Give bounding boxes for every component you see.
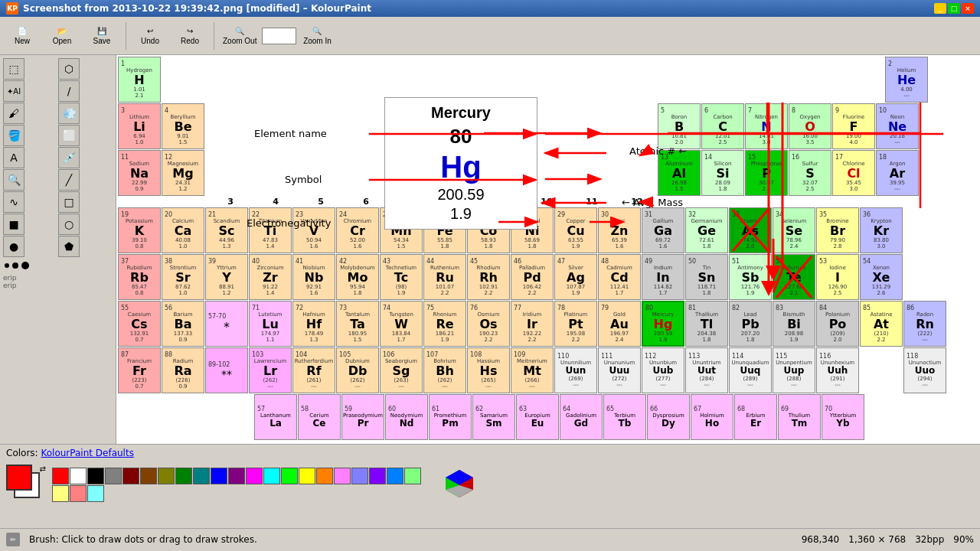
element-Uut[interactable]: 113Ununtrium Uut(284)--- <box>685 347 728 393</box>
element-Yb[interactable]: 70YtterbiumYb <box>822 394 864 440</box>
element-W[interactable]: 74Tungsten W183.841.7 <box>380 301 423 347</box>
element-Pr[interactable]: 59PraseodymiumPr <box>341 394 384 440</box>
element-Rf[interactable]: 104Rutherfordium Rf(261)--- <box>292 347 335 393</box>
color-swatch[interactable] <box>70 485 87 502</box>
brush-size-md[interactable] <box>12 262 18 269</box>
brush-size-sm[interactable] <box>5 263 9 268</box>
element-F[interactable]: 9Fluorine F19.004.0 <box>832 103 875 149</box>
element-Pb[interactable]: 82Lead Pb207.201.8 <box>729 301 772 347</box>
save-button[interactable]: 💾 Save <box>83 19 121 53</box>
element-Ga[interactable]: 31Gallium Ga69.721.6 <box>642 207 684 253</box>
element-Be[interactable]: 4Beryllium Be9.011.5 <box>162 103 204 149</box>
element-Fr[interactable]: 87Francium Fr(223)0.7 <box>118 347 161 393</box>
element-Rn[interactable]: 86Radon Rn(222)--- <box>903 301 946 347</box>
element-Uuq[interactable]: 114Ununquadium Uuq(289)--- <box>729 347 772 393</box>
element-P[interactable]: 15Phosphorus P30.972.1 <box>745 150 788 196</box>
element-Zr[interactable]: 40Zirconium Zr91.221.4 <box>249 254 292 300</box>
window-controls[interactable]: _ □ × <box>934 3 974 14</box>
element-Re[interactable]: 75Rhenium Re186.211.9 <box>423 301 466 347</box>
element-Se[interactable]: 34Selenium Se78.962.4 <box>773 207 815 253</box>
element-Sn[interactable]: 50Tin Sn118.711.8 <box>685 254 728 300</box>
tool-select-rect[interactable]: ⬚ <box>3 58 24 80</box>
color-swatch[interactable] <box>228 468 245 484</box>
element-Hs[interactable]: 108Hassium Hs(265)--- <box>467 347 510 393</box>
element-Sr[interactable]: 38Strontium Sr87.621.0 <box>162 254 204 300</box>
color-swatch[interactable] <box>316 468 333 484</box>
element-Hg[interactable]: 80Mercury Hg200.591.9 <box>642 301 684 347</box>
element-Dy[interactable]: 66DysprosiumDy <box>647 394 690 440</box>
tool-magnifier[interactable]: 🔍 <box>3 169 24 191</box>
maximize-button[interactable]: □ <box>948 3 960 14</box>
element-Ar[interactable]: 18Argon Ar39.95--- <box>876 150 919 196</box>
element-La[interactable]: 57LanthanumLa <box>254 394 297 440</box>
element-Li[interactable]: 3Lithium Li6.941.0 <box>118 103 161 149</box>
element-Bi[interactable]: 83Bismuth Bi208.981.9 <box>773 301 815 347</box>
element-Tl[interactable]: 81Thallium Tl204.381.8 <box>685 301 728 347</box>
element-Uuh[interactable]: 116Ununhexium Uuh(291)--- <box>816 347 859 393</box>
color-swatch[interactable] <box>211 468 227 484</box>
tool-select-free[interactable]: ⬡ <box>58 58 80 80</box>
element-Al[interactable]: 13Aluminum Al26.981.5 <box>658 150 701 196</box>
color-swatch[interactable] <box>52 468 69 484</box>
tool-text[interactable]: A <box>3 147 24 168</box>
element-Si[interactable]: 14Silicon Si28.091.8 <box>701 150 744 196</box>
brush-size-lg[interactable] <box>21 262 29 269</box>
element-Os[interactable]: 76Osmium Os190.232.2 <box>467 301 510 347</box>
element-lanthanide-placeholder[interactable]: 57-70 * <box>205 301 248 347</box>
color-swatch[interactable] <box>70 468 87 484</box>
minimize-button[interactable]: _ <box>934 3 946 14</box>
color-swatch[interactable] <box>52 485 69 502</box>
element-Ti[interactable]: 22Titanium Ti47.831.4 <box>249 207 292 253</box>
color-swatch[interactable] <box>140 468 157 484</box>
element-Br[interactable]: 35Bromine Br79.902.8 <box>816 207 859 253</box>
element-C[interactable]: 6Carbon C12.012.5 <box>701 103 744 149</box>
element-Nd[interactable]: 60NeodymiumNd <box>385 394 428 440</box>
color-swatch[interactable] <box>87 485 104 502</box>
element-Sm[interactable]: 62SamariumSm <box>472 394 515 440</box>
zoom-level-input[interactable]: 90% <box>262 28 296 44</box>
element-Lr[interactable]: 103Lawrencium Lr(262)--- <box>249 347 292 393</box>
color-swatch[interactable] <box>351 468 368 484</box>
element-Tm[interactable]: 69ThuliumTm <box>778 394 821 440</box>
element-Po[interactable]: 84Polonium Po(209)2.0 <box>816 301 859 347</box>
color-swatch[interactable] <box>158 468 175 484</box>
element-Cs[interactable]: 55Caesium Cs132.910.7 <box>118 301 161 347</box>
color-swatch[interactable] <box>299 468 315 484</box>
element-Zn[interactable]: 30Zinc Zn65.391.6 <box>598 207 641 253</box>
element-Tb[interactable]: 65TerbiumTb <box>603 394 646 440</box>
color-swatch[interactable] <box>246 468 263 484</box>
tool-rect-outline[interactable]: □ <box>58 191 80 213</box>
element-Ra[interactable]: 88Radium Ra(226)0.9 <box>162 347 204 393</box>
color-swatch[interactable] <box>87 468 104 484</box>
tool-ellipse-fill[interactable]: ● <box>3 236 24 257</box>
element-Uuo[interactable]: 118Ununoctium Uuo(294)--- <box>903 347 946 393</box>
element-B[interactable]: 5Boron B10.812.0 <box>658 103 701 149</box>
element-Bh[interactable]: 107Bohrium Bh(262)--- <box>423 347 466 393</box>
element-Ge[interactable]: 32Germanium Ge72.611.8 <box>685 207 728 253</box>
tool-polygon[interactable]: ⬟ <box>58 236 80 257</box>
element-Cu[interactable]: 29Copper Cu63.551.9 <box>554 207 597 253</box>
element-actinide-placeholder[interactable]: 89-102 ** <box>205 347 248 393</box>
color-swatch[interactable] <box>369 468 386 484</box>
element-Kr[interactable]: 36Krypton Kr83.803.0 <box>860 207 903 253</box>
tool-airbrush[interactable]: 💨 <box>58 103 80 124</box>
tool-rect-fill[interactable]: ■ <box>3 214 24 235</box>
element-Ne[interactable]: 10Neon Ne20.18--- <box>876 103 919 149</box>
element-Cl[interactable]: 17Chlorine Cl35.453.0 <box>832 150 875 196</box>
element-Uun[interactable]: 110Ununnilium Uun(269)--- <box>554 347 597 393</box>
color-swatch[interactable] <box>281 468 298 484</box>
element-Xe[interactable]: 54Xenon Xe131.292.6 <box>860 254 903 300</box>
element-Ba[interactable]: 56Barium Ba137.330.9 <box>162 301 204 347</box>
element-Nb[interactable]: 41Niobium Nb92.911.6 <box>292 254 335 300</box>
element-He[interactable]: 2 Helium He 4.00 --- <box>885 57 928 103</box>
element-H[interactable]: 1 Hydrogen H 1.01 2.1 <box>118 57 161 103</box>
tool-curve[interactable]: ∿ <box>3 191 24 213</box>
foreground-color[interactable] <box>6 465 32 491</box>
element-Er[interactable]: 68ErbiumEr <box>734 394 777 440</box>
element-Rh[interactable]: 45Rhodium Rh102.912.2 <box>467 254 510 300</box>
close-button[interactable]: × <box>962 3 974 14</box>
tool-fill[interactable]: 🪣 <box>3 125 24 146</box>
tool-eyedropper[interactable]: 💉 <box>58 147 80 168</box>
element-Ta[interactable]: 73Tantalum Ta180.951.5 <box>336 301 379 347</box>
element-Ce[interactable]: 58CeriumCe <box>298 394 341 440</box>
